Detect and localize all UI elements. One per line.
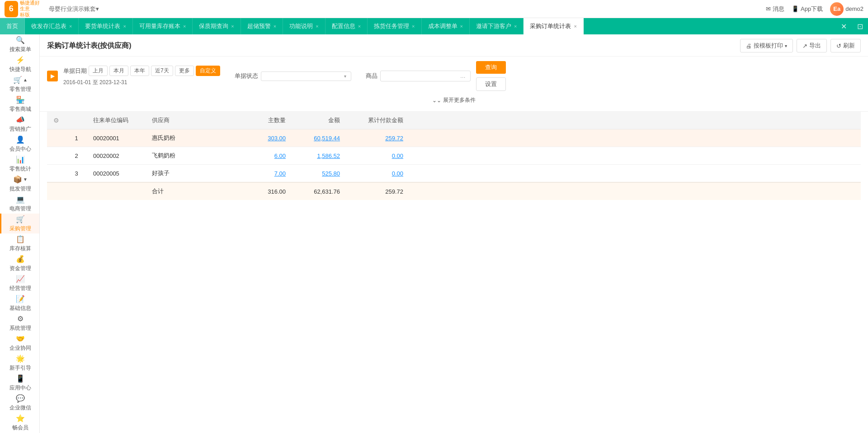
tab-label: 成本调整单 [428,22,458,30]
tab-purchase-summary[interactable]: 采购订单统计表 × [524,18,583,34]
sidebar-item-label: 营销推广 [9,125,31,133]
footer-setting [47,182,65,200]
export-button[interactable]: ↗ 导出 [797,39,827,52]
app-download-button[interactable]: 📱 App下载 [792,5,823,13]
sidebar-item-wholesale[interactable]: 📦 ▼ 批发管理 [0,174,39,194]
tab-home[interactable]: 首页 [0,18,25,34]
sidebar-item-basic-info[interactable]: 📝 基础信息 [0,294,39,314]
message-button[interactable]: ✉ 消息 [766,5,784,13]
message-label: 消息 [773,5,784,13]
tab-warranty-query[interactable]: 保质期查询 × [193,18,241,34]
tab-collect-summary[interactable]: 收发存汇总表 × [25,18,79,34]
sidebar-item-search[interactable]: 🔍 搜索菜单 [0,34,39,54]
status-select-arrow-icon: ▾ [344,74,346,79]
status-select[interactable]: ▾ [261,71,351,81]
sidebar-item-label: 新手引导 [9,364,31,372]
tab-order-summary[interactable]: 要货单统计表 × [79,18,132,34]
logo-icon: 6 [5,1,18,17]
expand-more-button[interactable]: ⌄⌄ 展开更多条件 [429,94,478,107]
sidebar-item-finance[interactable]: 💰 资金管理 [0,254,39,274]
refresh-button[interactable]: ↺ 刷新 [830,39,861,52]
date-btn-7days[interactable]: 近7天 [151,66,173,76]
sidebar-item-purchase[interactable]: 🛒 采购管理 [0,214,39,233]
tab-overstock-warning[interactable]: 超储预警 × [241,18,283,34]
sidebar-item-retail-shop[interactable]: 🏪 零售商城 [0,94,39,114]
sidebar-item-new-guide[interactable]: 🌟 新手引导 [0,353,39,373]
enterprise-icon: 🤝 [16,334,25,343]
tab-config-info[interactable]: 配置信息 × [326,18,368,34]
filter-toggle-button[interactable]: ▶ [47,71,58,81]
sidebar-item-inventory[interactable]: 📋 库存核算 [0,233,39,253]
custom-date-tag[interactable]: 自定义 [196,66,220,76]
sidebar-item-marketing[interactable]: 📣 营销推广 [0,114,39,134]
tab-close-icon[interactable]: × [358,24,361,29]
marketing-icon: 📣 [16,115,25,124]
td-qty: 6.00 [237,147,291,165]
column-settings-icon[interactable]: ⚙ [53,117,59,124]
tab-close-icon[interactable]: × [183,24,186,29]
tab-function-desc[interactable]: 功能说明 × [283,18,325,34]
tab-invite-downstream[interactable]: 邀请下游客户 × [470,18,524,34]
tab-inventory-ledger[interactable]: 可用量库存账本 × [133,18,193,34]
tab-picking-task[interactable]: 拣货任务管理 × [368,18,421,34]
tab-close-icon[interactable]: × [123,24,126,29]
stats-icon: 📊 [16,155,25,164]
tab-cost-adjust[interactable]: 成本调整单 × [422,18,470,34]
sidebar-item-operations[interactable]: 📈 经营管理 [0,274,39,294]
settings-button[interactable]: 设置 [476,77,506,91]
sidebar-item-members[interactable]: 👤 会员中心 [0,134,39,154]
expand-more-label: 展开更多条件 [443,96,476,104]
shop-icon: 🏪 [16,95,25,104]
tab-close-icon[interactable]: × [316,24,318,29]
td-code: 00020002 [88,147,146,165]
sidebar-item-enterprise[interactable]: 🤝 企业协同 [0,333,39,353]
tab-close-icon[interactable]: × [412,24,415,29]
goods-more-icon[interactable]: … [460,73,466,79]
goods-filter-label: 商品 [366,72,377,80]
avatar: Ea [830,2,844,16]
date-btn-this-year[interactable]: 本年 [130,66,149,76]
tab-close-icon[interactable]: × [514,24,517,29]
query-button[interactable]: 查询 [476,61,506,74]
breadcrumb-selector[interactable]: 母婴行业演示账套 ▾ [49,5,99,13]
tab-expand-button[interactable]: ⊡ [852,18,868,34]
footer-amount: 62,631.76 [291,182,345,200]
sidebar-item-label: 零售管理 [9,86,31,93]
tab-close-all-button[interactable]: ✕ [835,18,852,34]
sidebar-item-retail[interactable]: 🛒 ▲ 零售管理 [0,74,39,94]
sidebar-item-vip[interactable]: ⭐ 畅会员 [0,413,39,433]
td-seq: 1 [65,129,88,147]
sidebar-item-retail-stats[interactable]: 📊 零售统计 [0,154,39,174]
tab-close-icon[interactable]: × [69,24,72,29]
date-btn-last-month[interactable]: 上月 [89,66,108,76]
sidebar-item-wechat[interactable]: 💬 企业微信 [0,393,39,413]
date-btn-more[interactable]: 更多 [175,66,194,76]
tab-close-icon[interactable]: × [231,24,234,29]
tab-label: 拣货任务管理 [374,22,409,30]
sidebar-item-system[interactable]: ⚙ 系统管理 [0,314,39,333]
tab-close-icon[interactable]: × [274,24,276,29]
sidebar-item-label: 企业微信 [9,404,31,412]
tab-close-active-icon[interactable]: × [574,24,576,29]
sidebar-item-shortcut[interactable]: ⚡ 快捷导航 [0,54,39,74]
sidebar-item-ecommerce[interactable]: 💻 电商管理 [0,194,39,214]
data-table: ⚙ 往来单位编码 供应商 主数量 金额 累计付款金额 [47,112,861,200]
app-center-icon: 📱 [16,374,25,383]
sidebar-item-label: 采购管理 [9,225,31,233]
flash-icon: ⚡ [16,56,25,64]
nav-tabs: 首页 收发存汇总表 × 要货单统计表 × 可用量库存账本 × 保质期查询 × 超… [0,18,868,34]
date-range-display: 2016-01-01 至 2023-12-31 [63,79,127,86]
table-container: ⚙ 往来单位编码 供应商 主数量 金额 累计付款金额 [40,112,868,207]
sidebar-item-label: 会员中心 [9,145,31,153]
goods-input[interactable]: … [380,71,471,81]
tab-close-icon[interactable]: × [460,24,463,29]
user-menu-button[interactable]: Ea demo2 [830,2,863,16]
message-icon: ✉ [766,5,771,12]
td-qty: 7.00 [237,165,291,183]
sidebar-item-app-center[interactable]: 📱 应用中心 [0,373,39,393]
print-button[interactable]: 🖨 按模板打印 ▾ [740,39,793,52]
td-code: 00020001 [88,129,146,147]
date-btn-this-month[interactable]: 本月 [109,66,128,76]
td-seq: 3 [65,165,88,183]
sidebar-item-label: 批发管理 [9,185,31,193]
